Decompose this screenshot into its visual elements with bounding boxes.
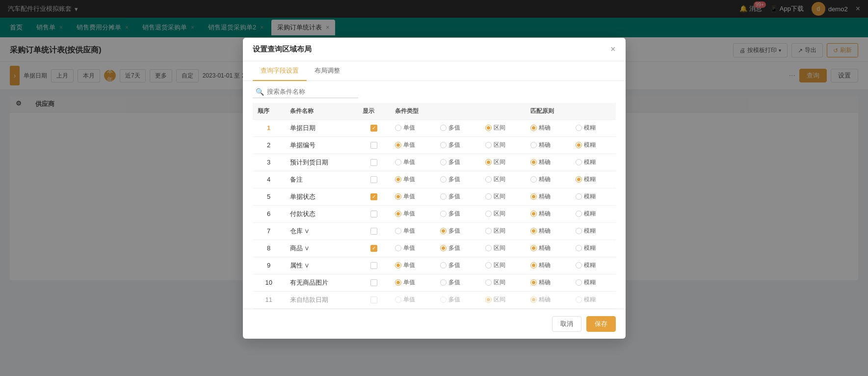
radio-circle bbox=[440, 245, 447, 251]
row-match-精确[interactable]: 精确 bbox=[526, 274, 571, 286]
row-match-模糊[interactable]: 模糊 bbox=[571, 188, 616, 205]
checkbox[interactable] bbox=[370, 262, 377, 269]
radio-label: 区间 bbox=[494, 158, 505, 166]
radio-circle bbox=[395, 159, 401, 165]
row-type-区间[interactable]: 区间 bbox=[480, 188, 526, 205]
row-type-单值[interactable]: 单值 bbox=[390, 154, 435, 171]
row-match-模糊[interactable]: 模糊 bbox=[571, 205, 616, 222]
row-type-多值[interactable]: 多值 bbox=[435, 171, 480, 188]
row-match-模糊[interactable]: 模糊 bbox=[571, 274, 616, 286]
radio-circle bbox=[485, 211, 492, 217]
row-type-多值[interactable]: 多值 bbox=[435, 205, 480, 222]
row-match-精确[interactable]: 精确 bbox=[526, 205, 571, 222]
row-match-精确[interactable]: 精确 bbox=[526, 222, 571, 240]
radio-label: 精确 bbox=[539, 141, 551, 149]
row-cond-name: 预计到货日期 bbox=[285, 154, 358, 171]
checkbox[interactable] bbox=[370, 125, 377, 132]
row-type-单值[interactable]: 单值 bbox=[390, 119, 435, 136]
checkbox[interactable] bbox=[370, 228, 377, 235]
row-type-区间[interactable]: 区间 bbox=[480, 257, 526, 274]
row-display-cb[interactable] bbox=[358, 205, 390, 222]
row-match-精确[interactable]: 精确 bbox=[526, 136, 571, 154]
row-type-多值[interactable]: 多值 bbox=[435, 119, 480, 136]
row-match-模糊[interactable]: 模糊 bbox=[571, 222, 616, 240]
radio-circle bbox=[440, 142, 447, 148]
checkbox[interactable] bbox=[370, 245, 377, 252]
row-cond-name: 备注 bbox=[285, 171, 358, 188]
row-type-单值[interactable]: 单值 bbox=[390, 205, 435, 222]
row-type-单值[interactable]: 单值 bbox=[390, 188, 435, 205]
row-type-多值[interactable]: 多值 bbox=[435, 240, 480, 257]
checkbox[interactable] bbox=[370, 176, 377, 183]
checkbox[interactable] bbox=[370, 142, 377, 149]
tab-layout-adjust[interactable]: 布局调整 bbox=[307, 61, 348, 81]
row-type-区间[interactable]: 区间 bbox=[480, 222, 526, 240]
row-match-精确[interactable]: 精确 bbox=[526, 154, 571, 171]
row-cond-name: 商品 ∨ bbox=[285, 240, 358, 257]
row-match-精确[interactable]: 精确 bbox=[526, 119, 571, 136]
row-match-模糊[interactable]: 模糊 bbox=[571, 257, 616, 274]
radio-label: 模糊 bbox=[584, 192, 596, 201]
radio-label: 区间 bbox=[494, 261, 505, 269]
row-match-精确[interactable]: 精确 bbox=[526, 257, 571, 274]
row-type-多值[interactable]: 多值 bbox=[435, 188, 480, 205]
th-cond-name: 条件名称 bbox=[285, 103, 358, 120]
row-type-区间[interactable]: 区间 bbox=[480, 171, 526, 188]
checkbox[interactable] bbox=[370, 211, 377, 217]
row-type-区间[interactable]: 区间 bbox=[480, 205, 526, 222]
table-row: 3预计到货日期单值多值区间精确模糊 bbox=[253, 154, 616, 171]
row-match-模糊[interactable]: 模糊 bbox=[571, 119, 616, 136]
row-display-cb[interactable] bbox=[358, 274, 390, 286]
row-type-区间[interactable]: 区间 bbox=[480, 240, 526, 257]
checkbox[interactable] bbox=[370, 159, 377, 166]
row-type-多值[interactable]: 多值 bbox=[435, 136, 480, 154]
row-type-单值[interactable]: 单值 bbox=[390, 136, 435, 154]
row-type-单值[interactable]: 单值 bbox=[390, 222, 435, 240]
row-type-单值[interactable]: 单值 bbox=[390, 274, 435, 286]
radio-circle bbox=[530, 245, 537, 251]
row-match-模糊[interactable]: 模糊 bbox=[571, 136, 616, 154]
radio-circle bbox=[440, 176, 447, 183]
th-match-rule: 匹配原则 bbox=[526, 103, 616, 120]
tab-query-fields[interactable]: 查询字段设置 bbox=[253, 61, 307, 81]
checkbox[interactable] bbox=[370, 279, 377, 286]
row-type-多值[interactable]: 多值 bbox=[435, 154, 480, 171]
radio-label: 精确 bbox=[539, 175, 551, 184]
checkbox[interactable] bbox=[370, 193, 377, 200]
row-display-cb[interactable] bbox=[358, 171, 390, 188]
row-display-cb[interactable] bbox=[358, 188, 390, 205]
table-row: 9属性 ∨单值多值区间精确模糊 bbox=[253, 257, 616, 274]
row-type-区间[interactable]: 区间 bbox=[480, 274, 526, 286]
row-match-精确[interactable]: 精确 bbox=[526, 240, 571, 257]
row-type-多值[interactable]: 多值 bbox=[435, 222, 480, 240]
row-match-模糊[interactable]: 模糊 bbox=[571, 171, 616, 188]
radio-circle bbox=[530, 159, 537, 165]
row-order: 4 bbox=[253, 171, 285, 188]
row-type-单值[interactable]: 单值 bbox=[390, 171, 435, 188]
row-cond-name: 单据编号 bbox=[285, 136, 358, 154]
row-type-多值[interactable]: 多值 bbox=[435, 257, 480, 274]
row-type-区间[interactable]: 区间 bbox=[480, 154, 526, 171]
row-type-单值[interactable]: 单值 bbox=[390, 257, 435, 274]
row-type-区间[interactable]: 区间 bbox=[480, 119, 526, 136]
row-type-区间[interactable]: 区间 bbox=[480, 136, 526, 154]
row-display-cb[interactable] bbox=[358, 119, 390, 136]
modal-close-btn[interactable]: × bbox=[610, 45, 616, 54]
row-display-cb[interactable] bbox=[358, 154, 390, 171]
radio-label: 单值 bbox=[403, 192, 415, 201]
row-type-单值[interactable]: 单值 bbox=[390, 240, 435, 257]
row-type-多值[interactable]: 多值 bbox=[435, 274, 480, 286]
radio-label: 精确 bbox=[539, 192, 551, 201]
radio-circle bbox=[576, 193, 582, 200]
row-match-模糊[interactable]: 模糊 bbox=[571, 240, 616, 257]
row-display-cb[interactable] bbox=[358, 240, 390, 257]
row-match-精确[interactable]: 精确 bbox=[526, 188, 571, 205]
row-match-精确[interactable]: 精确 bbox=[526, 171, 571, 188]
radio-label: 精确 bbox=[539, 261, 551, 269]
row-display-cb[interactable] bbox=[358, 257, 390, 274]
row-display-cb[interactable] bbox=[358, 222, 390, 240]
row-match-模糊[interactable]: 模糊 bbox=[571, 154, 616, 171]
radio-circle bbox=[395, 279, 401, 286]
search-input[interactable] bbox=[267, 88, 355, 95]
row-display-cb[interactable] bbox=[358, 136, 390, 154]
